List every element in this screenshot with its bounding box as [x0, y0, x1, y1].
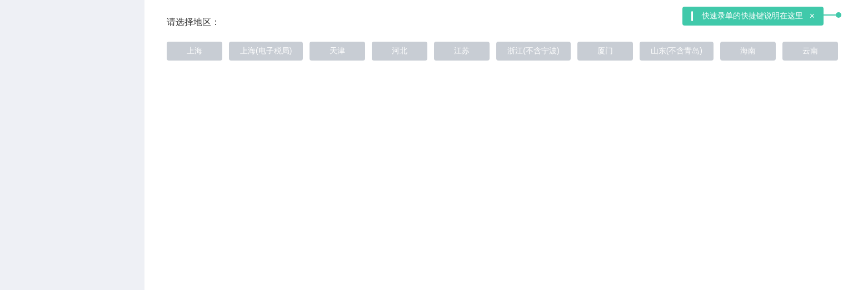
region-button-shandong[interactable]: 山东(不含青岛)	[640, 42, 714, 61]
main-content: 请选择地区： 上海上海(电子税局)天津河北江苏浙江(不含宁波)厦门山东(不含青岛…	[144, 0, 868, 290]
region-button-tianjin[interactable]: 天津	[310, 42, 365, 61]
sidebar	[0, 0, 144, 290]
region-button-hainan[interactable]: 海南	[720, 42, 776, 61]
tooltip-dot	[836, 12, 841, 18]
tooltip-line	[824, 14, 836, 16]
tooltip-close-button[interactable]: ×	[810, 12, 815, 21]
region-buttons: 上海上海(电子税局)天津河北江苏浙江(不含宁波)厦门山东(不含青岛)海南云南	[167, 42, 846, 61]
region-button-shanghai[interactable]: 上海	[167, 42, 222, 61]
region-button-shanghai-etax[interactable]: 上海(电子税局)	[229, 42, 303, 61]
tooltip-bar: 快速录单的快捷键说明在这里 ×	[682, 7, 824, 26]
region-button-hebei[interactable]: 河北	[372, 42, 427, 61]
region-button-zhejiang[interactable]: 浙江(不含宁波)	[496, 42, 570, 61]
region-button-xiamen[interactable]: 厦门	[577, 42, 633, 61]
tooltip-text: 快速录单的快捷键说明在这里	[702, 11, 803, 21]
region-button-jiangsu[interactable]: 江苏	[434, 42, 490, 61]
region-button-yunnan[interactable]: 云南	[782, 42, 838, 61]
